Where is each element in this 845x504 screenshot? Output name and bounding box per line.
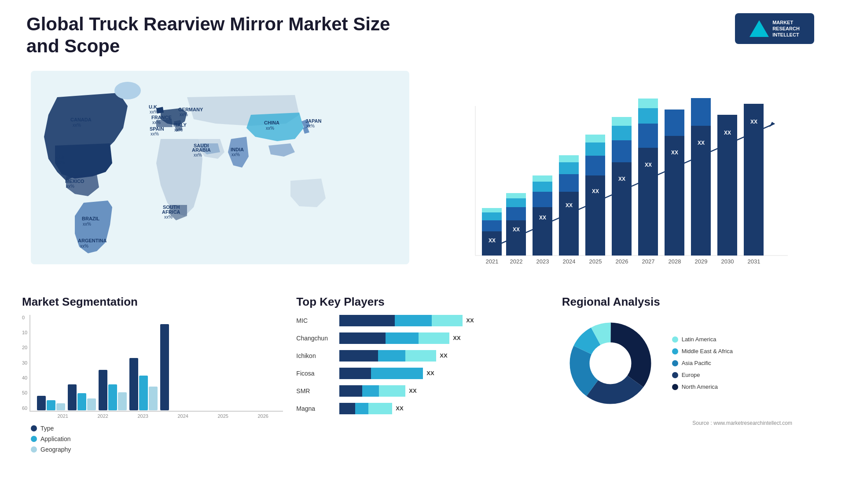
svg-rect-50 bbox=[533, 182, 552, 192]
svg-text:xx%: xx% bbox=[83, 222, 91, 226]
svg-text:ARABIA: ARABIA bbox=[192, 147, 211, 153]
svg-text:XX: XX bbox=[698, 140, 705, 146]
north-america-label: North America bbox=[682, 383, 718, 390]
svg-rect-95 bbox=[47, 400, 55, 410]
svg-rect-39 bbox=[482, 220, 502, 231]
bar-smr bbox=[339, 385, 405, 397]
svg-rect-56 bbox=[559, 155, 579, 162]
svg-rect-66 bbox=[612, 117, 632, 126]
svg-text:U.K.: U.K. bbox=[149, 104, 158, 110]
logo-text: MARKET RESEARCH INTELLECT bbox=[772, 19, 800, 38]
page-title: Global Truck Rearview Mirror Market Size… bbox=[26, 13, 422, 58]
svg-text:XX: XX bbox=[671, 150, 678, 156]
player-name-smr: SMR bbox=[296, 387, 336, 394]
svg-text:U.S.: U.S. bbox=[56, 154, 66, 160]
player-row-changchun: Changchun XX bbox=[296, 332, 548, 344]
svg-text:2022: 2022 bbox=[510, 258, 523, 265]
type-dot bbox=[31, 425, 37, 431]
reg-legend-latin-america: Latin America bbox=[672, 336, 733, 343]
svg-text:xx%: xx% bbox=[150, 110, 158, 114]
player-bar-mic: XX bbox=[339, 315, 548, 326]
reg-legend-north-america: North America bbox=[672, 383, 733, 390]
application-dot bbox=[31, 436, 37, 442]
player-xx-smr: XX bbox=[409, 387, 416, 394]
svg-rect-70 bbox=[638, 108, 658, 124]
regional-section: Regional Analysis bbox=[558, 291, 827, 431]
player-bar-magna: XX bbox=[339, 403, 548, 414]
regional-title: Regional Analysis bbox=[562, 295, 823, 309]
svg-text:XX: XX bbox=[645, 162, 652, 168]
seg-y-labels: 60 50 40 30 20 10 0 bbox=[22, 315, 27, 412]
svg-text:XX: XX bbox=[750, 119, 757, 125]
asia-pacific-label: Asia Pacific bbox=[682, 360, 711, 366]
svg-text:2031: 2031 bbox=[748, 258, 760, 265]
reg-legend-asia-pacific: Asia Pacific bbox=[672, 360, 733, 366]
segmentation-title: Market Segmentation bbox=[22, 295, 283, 309]
svg-text:2029: 2029 bbox=[695, 258, 708, 265]
svg-text:BRAZIL: BRAZIL bbox=[82, 216, 100, 221]
svg-text:xx%: xx% bbox=[80, 244, 88, 248]
latin-america-label: Latin America bbox=[682, 336, 716, 343]
svg-text:xx%: xx% bbox=[56, 160, 65, 165]
player-row-mic: MIC XX bbox=[296, 315, 548, 326]
bar-ichikon bbox=[339, 350, 436, 362]
bar-mic bbox=[339, 315, 463, 326]
svg-rect-59 bbox=[585, 156, 605, 175]
svg-text:ARGENTINA: ARGENTINA bbox=[78, 238, 107, 243]
svg-rect-44 bbox=[506, 207, 526, 220]
svg-text:XX: XX bbox=[566, 202, 573, 208]
europe-dot bbox=[672, 372, 678, 378]
svg-rect-101 bbox=[108, 384, 117, 410]
svg-rect-53 bbox=[559, 192, 579, 256]
europe-label: Europe bbox=[682, 372, 700, 378]
svg-rect-103 bbox=[129, 358, 138, 410]
svg-text:2025: 2025 bbox=[589, 258, 602, 265]
svg-rect-45 bbox=[506, 198, 526, 207]
svg-text:INDIA: INDIA bbox=[231, 147, 244, 152]
svg-rect-65 bbox=[612, 126, 632, 140]
svg-rect-71 bbox=[638, 99, 658, 108]
svg-text:FRANCE: FRANCE bbox=[151, 115, 172, 120]
player-name-magna: Magna bbox=[296, 405, 336, 412]
svg-text:XX: XX bbox=[489, 237, 496, 244]
donut-chart bbox=[562, 315, 659, 412]
svg-rect-77 bbox=[691, 98, 711, 126]
svg-text:XX: XX bbox=[618, 176, 625, 182]
svg-rect-51 bbox=[533, 175, 552, 182]
svg-text:2021: 2021 bbox=[486, 258, 499, 265]
player-name-changchun: Changchun bbox=[296, 335, 336, 342]
svg-text:xx%: xx% bbox=[164, 215, 173, 219]
logo-box: MARKET RESEARCH INTELLECT bbox=[735, 13, 814, 44]
svg-rect-60 bbox=[585, 142, 605, 156]
player-name-ficosa: Ficosa bbox=[296, 370, 336, 377]
svg-text:xx%: xx% bbox=[231, 152, 240, 157]
svg-text:XX: XX bbox=[513, 226, 520, 233]
svg-text:XX: XX bbox=[592, 188, 599, 194]
svg-rect-58 bbox=[585, 175, 605, 256]
geography-dot bbox=[31, 446, 37, 453]
latin-america-dot bbox=[672, 336, 678, 343]
asia-pacific-dot bbox=[672, 360, 678, 366]
svg-rect-81 bbox=[744, 104, 764, 256]
svg-text:xx%: xx% bbox=[194, 153, 202, 157]
donut-area: Latin America Middle East & Africa Asia … bbox=[562, 315, 823, 412]
svg-text:xx%: xx% bbox=[152, 120, 161, 125]
world-map: CANADA xx% U.S. xx% MEXICO xx% BRAZIL xx… bbox=[26, 71, 414, 264]
segmentation-section: Market Segmentation 60 50 40 30 20 10 0 bbox=[18, 291, 287, 457]
player-row-smr: SMR XX bbox=[296, 385, 548, 397]
top-row: CANADA xx% U.S. xx% MEXICO xx% BRAZIL xx… bbox=[0, 66, 845, 286]
bar-magna bbox=[339, 403, 392, 414]
donut-center bbox=[592, 345, 629, 382]
legend-geography: Geography bbox=[31, 446, 283, 453]
svg-text:XX: XX bbox=[724, 130, 731, 136]
svg-text:2030: 2030 bbox=[721, 258, 734, 265]
legend-type: Type bbox=[31, 425, 283, 432]
svg-text:xx%: xx% bbox=[180, 112, 188, 117]
svg-text:2027: 2027 bbox=[642, 258, 655, 265]
svg-text:xx%: xx% bbox=[306, 124, 315, 128]
main-bar-chart-svg: XX XX XX XX XX bbox=[431, 97, 819, 282]
svg-rect-64 bbox=[612, 140, 632, 162]
svg-text:2024: 2024 bbox=[563, 258, 576, 265]
svg-text:MEXICO: MEXICO bbox=[65, 179, 84, 184]
player-xx-ficosa: XX bbox=[426, 370, 434, 376]
